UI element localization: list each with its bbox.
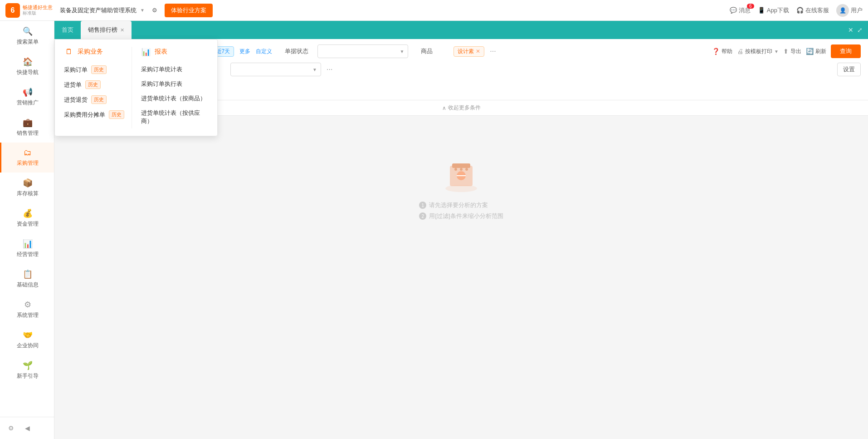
sidebar-item-enterprise[interactable]: 🤝 企业协同	[0, 325, 54, 355]
tab-sales-rank[interactable]: 销售排行榜 ✕	[81, 21, 132, 39]
tab-bar: 首页 销售排行榜 ✕ ✕ ⤢	[54, 21, 868, 39]
tab-close-all-icon[interactable]: ✕	[848, 26, 853, 34]
salesperson-arrow: ▼	[312, 67, 317, 72]
dropdown-item-goods-receipt[interactable]: 进货单 历史	[64, 77, 132, 92]
purchase-expense-label: 采购费用分摊单	[64, 111, 105, 119]
sidebar-item-sales[interactable]: 💼 销售管理	[0, 112, 54, 143]
sidebar-item-system[interactable]: ⚙ 系统管理	[0, 294, 54, 325]
tab-close-icon[interactable]: ✕	[120, 27, 124, 33]
home-icon: 🏠	[23, 57, 33, 67]
title-dropdown-arrow[interactable]: ▼	[140, 8, 145, 13]
refresh-button[interactable]: 🔄 刷新	[806, 48, 826, 55]
online-service-button[interactable]: 🎧 在线客服	[796, 6, 829, 15]
dropdown-item-goods-return[interactable]: 进货退货 历史	[64, 92, 132, 107]
dropdown-item-purchase-order[interactable]: 采购订单 历史	[64, 62, 132, 77]
reports-col-title: 报表	[155, 48, 167, 56]
export-button[interactable]: ⬆ 导出	[783, 48, 801, 55]
voucher-status-select[interactable]: ▼	[317, 44, 408, 58]
app-download-button[interactable]: 📱 App下载	[758, 6, 789, 15]
dropdown-columns: 🗒 采购业务 采购订单 历史 进货单 历史 进货退货 历史 采购费用分摊单 历史	[55, 39, 217, 136]
sidebar-settings-button[interactable]: ⚙	[5, 422, 17, 434]
sidebar-item-search[interactable]: 🔍 搜索菜单	[0, 21, 54, 51]
sidebar-item-inventory[interactable]: 📦 库存核算	[0, 173, 54, 203]
industry-button[interactable]: 体验行业方案	[165, 4, 213, 17]
purchase-order-label: 采购订单	[64, 66, 88, 74]
sidebar-collapse-button[interactable]: ◀	[21, 422, 34, 434]
top-header: 6 畅捷通好生意 标准版 装备及固定资产辅助管理系统 ▼ ⚙ 体验行业方案 💬 …	[0, 0, 868, 21]
system-icon: ⚙	[24, 300, 31, 310]
app-icon: 📱	[758, 7, 765, 14]
goods-chip-text: 设计素	[458, 48, 474, 55]
inventory-icon: 📦	[23, 178, 33, 188]
dropdown-item-po-exec[interactable]: 采购订单执行表	[141, 77, 209, 91]
service-label: 在线客服	[805, 6, 829, 15]
tab-home[interactable]: 首页	[54, 21, 81, 39]
print-arrow[interactable]: ▼	[774, 49, 779, 54]
message-badge: 6	[747, 4, 754, 9]
settings-button[interactable]: 设置	[837, 63, 861, 76]
export-icon: ⬆	[783, 48, 789, 55]
print-button[interactable]: 🖨 按模板打印 ▼	[737, 48, 779, 55]
sidebar-item-quicknav[interactable]: 🏠 快捷导航	[0, 51, 54, 82]
sidebar-label-guide: 新手引导	[17, 372, 39, 380]
guide-icon: 🌱	[23, 360, 33, 370]
sales-icon: 💼	[23, 118, 33, 128]
sidebar-item-finance[interactable]: 💰 资金管理	[0, 203, 54, 233]
sidebar-label-inventory: 库存核算	[17, 190, 39, 197]
tab-sales-rank-label: 销售排行榜	[88, 26, 117, 34]
operations-icon: 📊	[23, 239, 33, 249]
tab-bar-right: ✕ ⤢	[843, 26, 868, 34]
goods-return-history-tag: 历史	[91, 95, 107, 104]
po-exec-label: 采购订单执行表	[141, 80, 182, 88]
business-col-icon: 🗒	[64, 47, 74, 57]
user-button[interactable]: 👤 用户	[836, 4, 863, 17]
salesperson-select[interactable]: ▼	[230, 63, 321, 76]
goods-return-label: 进货退货	[64, 96, 88, 104]
message-button[interactable]: 💬 消息 6	[730, 6, 751, 15]
salesperson-more-button[interactable]: ···	[327, 65, 332, 74]
user-avatar: 👤	[836, 4, 849, 17]
logo-area: 6 畅捷通好生意 标准版	[5, 3, 60, 18]
service-icon: 🎧	[796, 7, 804, 14]
sidebar-label-quicknav: 快捷导航	[17, 69, 39, 76]
print-icon: 🖨	[737, 48, 743, 55]
goods-more-button[interactable]: ···	[490, 47, 496, 55]
business-col-title: 采购业务	[78, 48, 103, 56]
logo-line1: 畅捷通好生意	[23, 5, 53, 10]
sidebar-label-purchase: 采购管理	[17, 159, 39, 167]
header-settings-button[interactable]: ⚙	[148, 4, 161, 17]
sidebar-item-basicinfo[interactable]: 📋 基础信息	[0, 264, 54, 294]
help-label: 帮助	[722, 48, 732, 55]
hint1-dot: 1	[419, 202, 426, 209]
tab-fullscreen-icon[interactable]: ⤢	[857, 26, 863, 34]
dropdown-item-po-stat[interactable]: 采购订单统计表	[141, 62, 209, 77]
reports-col-icon: 📊	[141, 47, 151, 57]
voucher-status-arrow: ▼	[400, 49, 404, 54]
purchase-expense-history-tag: 历史	[109, 110, 124, 119]
goods-chip-close[interactable]: ✕	[476, 48, 480, 54]
date-custom-button[interactable]: 自定义	[256, 48, 272, 55]
export-label: 导出	[790, 48, 801, 55]
finance-icon: 💰	[23, 208, 33, 218]
empty-text: 1 请先选择要分析的方案 2 用[过滤]条件来缩小分析范围	[419, 201, 503, 220]
hint2-dot: 2	[419, 212, 426, 220]
sidebar-label-enterprise: 企业协同	[17, 342, 39, 350]
dropdown-item-purchase-expense[interactable]: 采购费用分摊单 历史	[64, 107, 132, 122]
dropdown-item-receipt-stat-supplier[interactable]: 进货单统计表（按供应商）	[141, 106, 209, 128]
date-more-button[interactable]: 更多	[239, 48, 250, 55]
empty-icon	[439, 152, 484, 197]
dropdown-item-receipt-stat-goods[interactable]: 进货单统计表（按商品）	[141, 91, 209, 106]
sidebar-label-operations: 经营管理	[17, 251, 39, 258]
help-button[interactable]: ❓ 帮助	[712, 48, 732, 55]
sidebar-item-guide[interactable]: 🌱 新手引导	[0, 355, 54, 385]
basicinfo-icon: 📋	[23, 269, 33, 279]
sidebar-item-purchase[interactable]: 🗂 采购管理	[0, 143, 54, 173]
sidebar-item-marketing[interactable]: 📢 营销推广	[0, 82, 54, 112]
refresh-label: 刷新	[815, 48, 826, 55]
svg-point-5	[454, 168, 457, 171]
receipt-stat-supplier-label: 进货单统计表（按供应商）	[141, 109, 209, 125]
hint1-text: 请先选择要分析的方案	[429, 201, 488, 209]
empty-state: 1 请先选择要分析的方案 2 用[过滤]条件来缩小分析范围	[54, 116, 868, 256]
sidebar-item-operations[interactable]: 📊 经营管理	[0, 233, 54, 264]
query-button[interactable]: 查询	[831, 44, 861, 58]
